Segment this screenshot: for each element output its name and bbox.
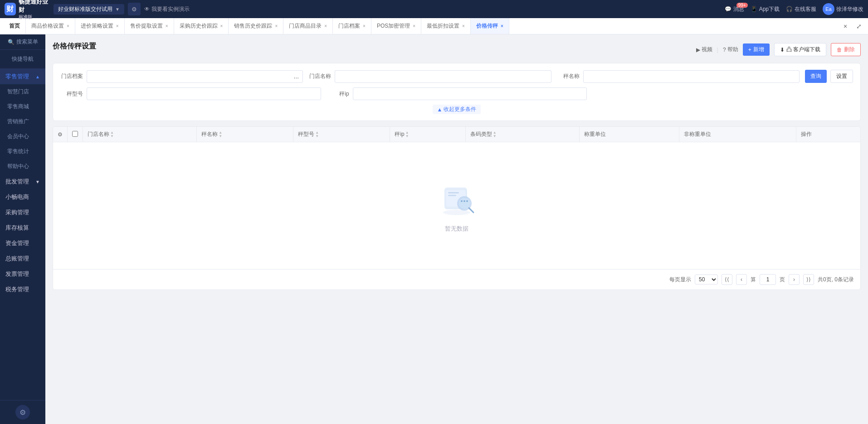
tab-pos-manage-close[interactable]: × xyxy=(413,24,415,29)
sidebar-group-wholesale: 批发管理 ▼ xyxy=(0,174,45,189)
tab-sale-price-close[interactable]: × xyxy=(166,24,168,29)
set-button[interactable]: 设置 xyxy=(830,70,853,83)
tab-store-catalog[interactable]: 门店商品目录 × xyxy=(283,18,333,34)
delete-label: 删除 xyxy=(844,46,855,53)
th-scale-name-sort[interactable]: 秤名称 ▲▼ xyxy=(201,130,288,138)
sidebar-group-wholesale-header[interactable]: 批发管理 ▼ xyxy=(0,174,45,189)
collapse-filter-button[interactable]: ▲ 收起更多条件 xyxy=(433,105,481,114)
close-tab-button[interactable]: × xyxy=(840,21,851,32)
tab-store-catalog-close[interactable]: × xyxy=(324,24,327,29)
sidebar-group-general-label: 总账管理 xyxy=(5,255,29,263)
select-all-checkbox[interactable] xyxy=(72,131,78,137)
add-button[interactable]: + 新增 xyxy=(743,43,770,56)
store-name-label: 门店名称 xyxy=(308,72,331,80)
store-archive-input[interactable]: … xyxy=(87,70,303,83)
filter-scale-model: 秤型号 xyxy=(60,87,321,100)
filter-scale-ip: 秤ip xyxy=(327,87,587,100)
th-barcode-type-sort[interactable]: 条码类型 ▲▼ xyxy=(470,130,575,138)
prev-page-button[interactable]: ‹ xyxy=(736,274,747,285)
maximize-tab-button[interactable]: ⤢ xyxy=(853,21,864,32)
search-icon: 🔍 xyxy=(8,39,15,45)
tab-sale-history[interactable]: 销售历史价跟踪 × xyxy=(229,18,283,34)
svg-point-0 xyxy=(443,210,470,215)
logo-icon: 财 xyxy=(5,3,16,15)
store-name-input[interactable] xyxy=(335,70,551,83)
tab-price-scale[interactable]: 价格传秤 × xyxy=(471,18,509,34)
help-link[interactable]: ? 帮助 xyxy=(723,46,738,53)
table-settings-icon[interactable]: ⚙ xyxy=(58,131,63,138)
version-selector[interactable]: 好业财标准版交付试用 ▼ xyxy=(54,4,124,14)
video-label: 视频 xyxy=(702,46,712,53)
scale-name-input[interactable] xyxy=(583,70,800,83)
set-label: 设置 xyxy=(836,72,847,80)
tab-purchase-history-close[interactable]: × xyxy=(220,24,223,29)
sidebar-group-invoice-header[interactable]: 发票管理 xyxy=(0,266,45,282)
download-label: 凸 客户端下载 xyxy=(786,46,820,53)
tab-purchase-strategy-close[interactable]: × xyxy=(116,24,119,29)
tab-price-scale-close[interactable]: × xyxy=(501,24,503,29)
first-page-button[interactable]: ⟨⟨ xyxy=(722,274,732,285)
sidebar-group-tax-label: 税务管理 xyxy=(5,285,29,294)
app-download-button[interactable]: 📱 App下载 xyxy=(751,5,780,13)
sort-icons: ▲▼ xyxy=(110,131,114,138)
layout: 🔍 搜索菜单 快捷导航 零售管理 ▲ 智慧门店 零售商城 营销推广 会员中心 零… xyxy=(0,34,868,424)
sidebar-group-tax-header[interactable]: 税务管理 xyxy=(0,282,45,297)
table-body: 暂无数据 xyxy=(53,142,860,270)
tab-purchase-strategy[interactable]: 进价策略设置 × xyxy=(75,18,125,34)
tab-home[interactable]: 首页 xyxy=(4,18,26,34)
online-service-button[interactable]: 🎧 在线客服 xyxy=(786,5,816,13)
sidebar-group-xiaochang-header[interactable]: 小畅电商 xyxy=(0,189,45,205)
tab-sale-price-label: 售价提取设置 xyxy=(130,22,163,30)
tab-store-archive-close[interactable]: × xyxy=(363,24,366,29)
sidebar-group-retail-header[interactable]: 零售管理 ▲ xyxy=(0,69,45,84)
sidebar-group-finance-header[interactable]: 资金管理 xyxy=(0,236,45,251)
tab-min-discount-close[interactable]: × xyxy=(462,24,465,29)
sidebar-group-wholesale-label: 批发管理 xyxy=(5,178,29,186)
pagination: 每页显示 50 100 200 ⟨⟨ ‹ 算 页 › ⟩⟩ 共0页, 0条记录 xyxy=(53,269,860,289)
empty-text: 暂无数据 xyxy=(445,225,468,233)
demo-label: 我要看实例演示 xyxy=(151,5,190,13)
tab-purchase-history[interactable]: 采购历史价跟踪 × xyxy=(174,18,229,34)
sidebar-settings-button[interactable]: ⚙ xyxy=(15,405,30,419)
sidebar-group-invoice: 发票管理 xyxy=(0,266,45,282)
tab-sale-history-close[interactable]: × xyxy=(275,24,278,29)
th-scale-model-sort[interactable]: 秤型号 ▲▼ xyxy=(298,130,385,138)
delete-button[interactable]: 🗑 删除 xyxy=(831,43,861,56)
sidebar-search[interactable]: 🔍 搜索菜单 xyxy=(0,34,45,50)
sidebar-item-smart-store[interactable]: 智慧门店 xyxy=(0,84,45,99)
sidebar-item-retail-mall[interactable]: 零售商城 xyxy=(0,99,45,114)
th-store-name-sort[interactable]: 门店名称 ▲▼ xyxy=(88,130,192,138)
sidebar-item-member[interactable]: 会员中心 xyxy=(0,129,45,144)
last-page-button[interactable]: ⟩⟩ xyxy=(803,274,814,285)
video-link[interactable]: ▶ 视频 xyxy=(696,46,712,53)
scale-model-input[interactable] xyxy=(87,87,321,100)
sidebar-item-help[interactable]: 帮助中心 xyxy=(0,159,45,174)
sidebar-item-marketing[interactable]: 营销推广 xyxy=(0,114,45,129)
th-scale-ip-sort[interactable]: 秤ip ▲▼ xyxy=(395,130,460,138)
tab-pos-manage[interactable]: POS加密管理 × xyxy=(371,18,421,34)
user-menu-button[interactable]: Ea 徐泽华修改 xyxy=(823,3,863,15)
tab-min-discount[interactable]: 最低折扣设置 × xyxy=(421,18,471,34)
empty-row: 暂无数据 xyxy=(53,142,860,270)
th-scale-name: 秤名称 ▲▼ xyxy=(197,127,293,142)
tab-sale-price[interactable]: 售价提取设置 × xyxy=(125,18,174,34)
sidebar-group-general-header[interactable]: 总账管理 xyxy=(0,251,45,266)
sidebar-item-retail-stats[interactable]: 零售统计 xyxy=(0,144,45,159)
next-page-button[interactable]: › xyxy=(789,274,800,285)
demo-button[interactable]: 👁 我要看实例演示 xyxy=(144,5,190,13)
query-button[interactable]: 查询 xyxy=(805,70,827,83)
per-page-select[interactable]: 50 100 200 xyxy=(695,275,718,284)
tab-store-archive[interactable]: 门店档案 × xyxy=(333,18,371,34)
message-button[interactable]: 💬 消息 99+ xyxy=(725,5,744,13)
scale-ip-input[interactable] xyxy=(353,87,587,100)
svg-point-8 xyxy=(466,200,468,202)
sidebar-group-inventory-header[interactable]: 库存核算 xyxy=(0,220,45,236)
tab-price-setting[interactable]: 商品价格设置 × xyxy=(26,18,75,34)
page-number-input[interactable] xyxy=(760,274,776,285)
download-button[interactable]: ⬇ 凸 客户端下载 xyxy=(774,43,826,56)
sidebar-item-quick-nav[interactable]: 快捷导航 xyxy=(3,53,43,66)
tab-price-setting-close[interactable]: × xyxy=(67,24,69,29)
data-table: ⚙ 门店名称 ▲▼ 秤名称 xyxy=(53,127,860,269)
sidebar-group-purchase-header[interactable]: 采购管理 xyxy=(0,205,45,220)
topbar-settings-button[interactable]: ⚙ xyxy=(128,3,141,15)
